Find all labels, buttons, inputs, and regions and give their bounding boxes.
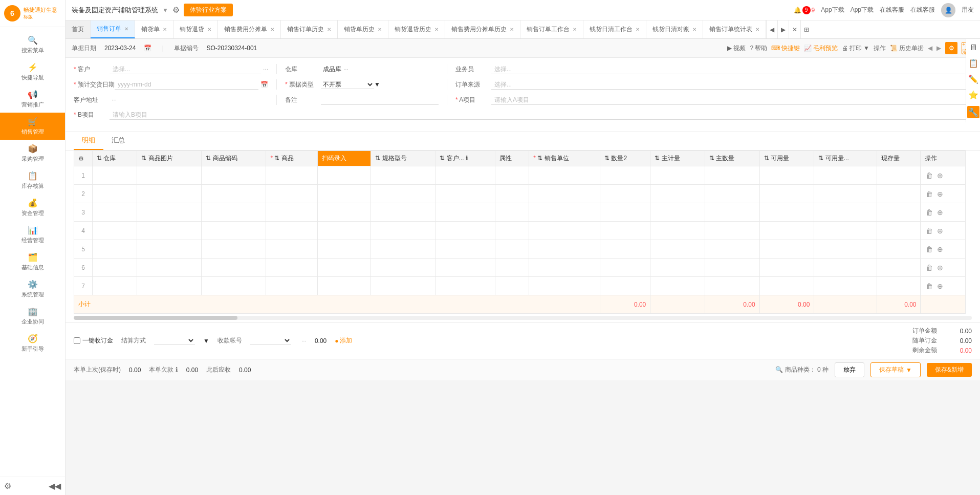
- row-7-copy-btn[interactable]: ⊕: [936, 281, 944, 291]
- row-3-qty2[interactable]: [600, 203, 650, 222]
- right-panel-star-icon[interactable]: ⭐: [968, 90, 978, 100]
- notification-area[interactable]: 🔔 9 9: [794, 6, 815, 14]
- sort-icon-code[interactable]: ⇅: [206, 155, 211, 162]
- detail-tab-detail[interactable]: 明细: [74, 132, 103, 150]
- row-5-spec[interactable]: [371, 240, 435, 259]
- avatar[interactable]: 👤: [941, 3, 955, 17]
- row-5-code[interactable]: [202, 240, 266, 259]
- right-panel-edit-icon[interactable]: ✏️: [968, 74, 978, 84]
- sidebar-item-basics[interactable]: 🗂️ 基础信息: [0, 248, 65, 275]
- shortcut-action[interactable]: ⌨ 快捷键: [771, 44, 800, 53]
- sidebar-item-marketing[interactable]: 📢 营销推广: [0, 85, 65, 113]
- row-2-copy-btn[interactable]: ⊕: [936, 189, 944, 199]
- sort-icon-main-unit[interactable]: ⇅: [655, 155, 660, 162]
- app-download-text[interactable]: App下载: [851, 6, 874, 14]
- row-1-delete-btn[interactable]: 🗑: [925, 170, 934, 181]
- tab-daily-clear-workbench[interactable]: 钱货日清工作台 ✕: [583, 20, 646, 38]
- row-6-code[interactable]: [202, 259, 266, 277]
- save-draft-arrow[interactable]: ▼: [906, 367, 912, 374]
- sidebar-item-enterprise[interactable]: 🏢 企业协同: [0, 303, 65, 330]
- row-2-delete-btn[interactable]: 🗑: [925, 189, 934, 199]
- tab-close-expense-split[interactable]: ✕: [270, 27, 274, 32]
- row-1-cust-code[interactable]: [435, 166, 495, 185]
- account-ellipsis[interactable]: ···: [301, 337, 307, 345]
- row-1-spec[interactable]: [371, 166, 435, 185]
- salesperson-input[interactable]: [491, 64, 965, 74]
- row-5-delete-btn[interactable]: 🗑: [925, 244, 934, 254]
- row-4-attribute[interactable]: [495, 222, 529, 240]
- tab-close-expense-history[interactable]: ✕: [510, 27, 514, 32]
- row-6-product[interactable]: [266, 259, 317, 277]
- row-4-qty2[interactable]: [600, 222, 650, 240]
- sort-icon-available[interactable]: ⇅: [764, 155, 769, 162]
- row-1-main-qty[interactable]: [705, 166, 759, 185]
- warehouse-ellipsis[interactable]: ···: [343, 66, 349, 73]
- row-3-delete-btn[interactable]: 🗑: [925, 207, 934, 218]
- row-2-attribute[interactable]: [495, 185, 529, 203]
- row-3-code[interactable]: [202, 203, 266, 222]
- row-4-warehouse[interactable]: [93, 222, 137, 240]
- row-3-copy-btn[interactable]: ⊕: [936, 207, 944, 218]
- view-action[interactable]: ▶ 视频: [727, 44, 746, 53]
- row-7-main-qty[interactable]: [705, 277, 759, 295]
- row-3-attribute[interactable]: [495, 203, 529, 222]
- row-7-unit[interactable]: [529, 277, 600, 295]
- remark-input[interactable]: [321, 95, 439, 105]
- sort-icon-image[interactable]: ⇅: [141, 155, 146, 162]
- account-select[interactable]: [250, 336, 291, 345]
- row-5-cust-code[interactable]: [435, 240, 495, 259]
- row-5-copy-btn[interactable]: ⊕: [936, 244, 944, 254]
- sidebar-item-purchase[interactable]: 📦 采购管理: [0, 140, 65, 167]
- tab-nav-more[interactable]: ✕: [789, 20, 800, 38]
- sidebar-item-search[interactable]: 🔍 搜索菜单: [0, 31, 65, 58]
- row-7-attribute[interactable]: [495, 277, 529, 295]
- online-service-text[interactable]: 在线客服: [910, 6, 935, 14]
- detail-tab-summary[interactable]: 汇总: [103, 132, 133, 150]
- save-new-button[interactable]: 保存&新增: [927, 363, 972, 377]
- sort-icon-product[interactable]: ⇅: [274, 155, 279, 162]
- right-panel-list-icon[interactable]: 📋: [968, 58, 978, 68]
- row-7-qty2[interactable]: [600, 277, 650, 295]
- settings-panel-btn[interactable]: ⚙: [945, 42, 957, 54]
- tab-sales-stats[interactable]: 销售订单统计表 ✕: [703, 20, 766, 38]
- tab-sales-refund[interactable]: 销货退货 ✕: [173, 20, 218, 38]
- row-5-product[interactable]: [266, 240, 317, 259]
- topbar-dropdown-arrow[interactable]: ▼: [162, 7, 168, 14]
- row-3-product[interactable]: [266, 203, 317, 222]
- sidebar-item-quicknav[interactable]: ⚡ 快捷导航: [0, 58, 65, 85]
- tab-close-sales-refund[interactable]: ✕: [207, 27, 211, 32]
- b-project-input[interactable]: [110, 110, 972, 120]
- tab-daily-clear-account[interactable]: 钱货日清对账 ✕: [646, 20, 703, 38]
- tab-close-return-history[interactable]: ✕: [378, 27, 382, 32]
- tab-home[interactable]: 首页: [66, 20, 91, 38]
- right-panel-monitor-icon[interactable]: 🖥: [969, 43, 977, 52]
- help-action[interactable]: ? 帮助: [750, 44, 767, 53]
- settings-icon[interactable]: ⚙: [4, 481, 11, 491]
- row-4-product[interactable]: [266, 222, 317, 240]
- row-1-product[interactable]: [266, 166, 317, 185]
- row-6-warehouse[interactable]: [93, 259, 137, 277]
- sort-icon-available2[interactable]: ⇅: [818, 155, 823, 162]
- address-ellipsis[interactable]: ···: [112, 96, 117, 103]
- row-6-attribute[interactable]: [495, 259, 529, 277]
- row-7-spec[interactable]: [371, 277, 435, 295]
- row-6-main-qty[interactable]: [705, 259, 759, 277]
- tab-close-sales-return[interactable]: ✕: [163, 27, 167, 32]
- row-7-cust-code[interactable]: [435, 277, 495, 295]
- sort-icon-cust-code[interactable]: ⇅: [440, 155, 445, 162]
- row-4-cust-code[interactable]: [435, 222, 495, 240]
- nav-next-icon[interactable]: ▶: [937, 45, 941, 52]
- profit-action[interactable]: 📈 毛利预览: [804, 44, 838, 53]
- online-service[interactable]: 在线客服: [880, 6, 904, 14]
- right-panel-tool-icon[interactable]: 🔧: [967, 106, 979, 118]
- row-2-code[interactable]: [202, 185, 266, 203]
- tab-close-sales-order[interactable]: ✕: [124, 26, 128, 32]
- row-2-cust-code[interactable]: [435, 185, 495, 203]
- row-6-qty2[interactable]: [600, 259, 650, 277]
- print-action[interactable]: 🖨 打印 ▼: [842, 44, 869, 53]
- row-6-cust-code[interactable]: [435, 259, 495, 277]
- calendar-icon[interactable]: 📅: [144, 45, 151, 52]
- sort-icon-qty2[interactable]: ⇅: [604, 155, 609, 162]
- tab-close-sales-stats[interactable]: ✕: [755, 27, 759, 32]
- solution-button[interactable]: 体验行业方案: [184, 4, 233, 16]
